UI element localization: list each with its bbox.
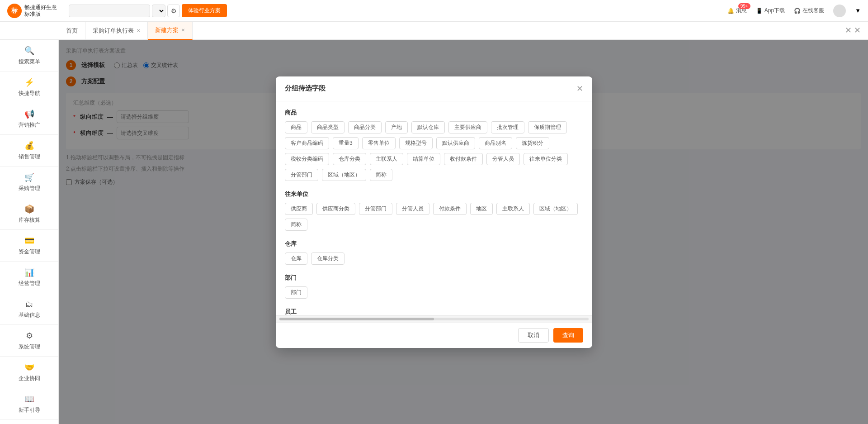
section-goods-title: 商品 bbox=[285, 109, 583, 117]
tag-area[interactable]: 地区 bbox=[470, 203, 493, 215]
tag-settlement-unit[interactable]: 结算单位 bbox=[407, 153, 440, 165]
modal-header: 分组待选字段 ✕ bbox=[276, 76, 592, 101]
tag-payment-terms[interactable]: 收付款条件 bbox=[444, 153, 483, 165]
tag-warehouse-cat[interactable]: 仓库分类 bbox=[311, 252, 344, 265]
tag-goods-type[interactable]: 商品类型 bbox=[311, 121, 344, 133]
headset-icon: 🎧 bbox=[794, 8, 801, 14]
section-department: 部门 部门 bbox=[285, 274, 583, 299]
search-icon: 🔍 bbox=[24, 45, 35, 56]
close-tab-purchase[interactable]: ✕ bbox=[137, 28, 140, 33]
service-item[interactable]: 🎧 在线客服 bbox=[794, 7, 824, 14]
section-warehouse-tags: 仓库 仓库分类 bbox=[285, 252, 583, 265]
confirm-button[interactable]: 查询 bbox=[553, 328, 583, 343]
hscroll-thumb[interactable] bbox=[279, 318, 434, 320]
section-staff: 员工 业务员 bbox=[285, 308, 583, 315]
tab-purchase-order[interactable]: 采购订单执行表 ✕ bbox=[85, 22, 148, 40]
section-staff-title: 员工 bbox=[285, 308, 583, 315]
logo-icon: 标 bbox=[7, 4, 22, 18]
tag-managed-dept[interactable]: 分管部门 bbox=[359, 203, 392, 215]
tag-main-contact-p[interactable]: 主联系人 bbox=[496, 203, 530, 215]
tag-customer-code[interactable]: 客户商品编码 bbox=[285, 137, 329, 149]
tabs-bar: 首页 采购订单执行表 ✕ 新建方案 ✕ ✕ ✕ bbox=[0, 22, 868, 40]
notification-item[interactable]: 🔔 消息 99+ bbox=[727, 7, 747, 14]
section-warehouse: 仓库 仓库 仓库分类 bbox=[285, 240, 583, 265]
section-warehouse-title: 仓库 bbox=[285, 240, 583, 248]
avatar[interactable] bbox=[833, 5, 846, 17]
tag-pay-terms[interactable]: 付款条件 bbox=[433, 203, 467, 215]
sidebar-item-app-center[interactable]: 🖥 应用中心 bbox=[0, 420, 58, 424]
tag-short-name[interactable]: 简称 bbox=[370, 169, 392, 181]
sidebar-item-basic-info[interactable]: 🗂 基础信息 bbox=[0, 293, 58, 325]
horizontal-scrollbar[interactable] bbox=[276, 315, 592, 322]
tag-default-supplier[interactable]: 默认供应商 bbox=[436, 137, 475, 149]
sidebar-item-inventory[interactable]: 📦 库存核算 bbox=[0, 198, 58, 230]
tag-goods[interactable]: 商品 bbox=[285, 121, 307, 133]
download-item[interactable]: 📱 App下载 bbox=[756, 7, 785, 14]
search-input[interactable] bbox=[69, 5, 150, 17]
tag-partner-category[interactable]: 往来单位分类 bbox=[524, 153, 568, 165]
tag-weight3[interactable]: 重量3 bbox=[333, 137, 359, 149]
tab-new-plan[interactable]: 新建方案 ✕ bbox=[148, 22, 193, 40]
bell-icon: 🔔 bbox=[727, 8, 734, 14]
tag-dept[interactable]: 分管部门 bbox=[285, 169, 318, 181]
cancel-button[interactable]: 取消 bbox=[518, 328, 549, 343]
tag-main-supplier[interactable]: 主要供应商 bbox=[448, 121, 487, 133]
tag-region[interactable]: 区域（地区） bbox=[322, 169, 366, 181]
search-select[interactable] bbox=[152, 5, 165, 17]
tag-department[interactable]: 部门 bbox=[285, 286, 307, 299]
tag-region-p[interactable]: 区域（地区） bbox=[533, 203, 578, 215]
tag-goods-alias[interactable]: 商品别名 bbox=[479, 137, 512, 149]
tag-origin[interactable]: 产地 bbox=[385, 121, 408, 133]
sidebar-item-search[interactable]: 🔍 搜索菜单 bbox=[0, 40, 58, 71]
sidebar-item-sales[interactable]: 💰 销售管理 bbox=[0, 135, 58, 167]
tab-home[interactable]: 首页 bbox=[59, 22, 85, 40]
section-goods-tags: 商品 商品类型 商品分类 产地 默认仓库 主要供应商 批次管理 保质期管理 客户… bbox=[285, 121, 583, 181]
tag-spec-model[interactable]: 规格型号 bbox=[399, 137, 433, 149]
sidebar-item-finance[interactable]: 💳 资金管理 bbox=[0, 230, 58, 262]
logo-text: 畅捷通好生意 标准版 bbox=[24, 4, 57, 17]
modal-title: 分组待选字段 bbox=[285, 84, 326, 93]
modal-close-button[interactable]: ✕ bbox=[576, 84, 583, 94]
sidebar-item-operations[interactable]: 📊 经营管理 bbox=[0, 262, 58, 293]
finance-icon: 💳 bbox=[24, 235, 35, 246]
section-goods: 商品 商品 商品类型 商品分类 产地 默认仓库 主要供应商 批次管理 保质期管理… bbox=[285, 109, 583, 181]
user-dropdown-icon[interactable]: ▼ bbox=[855, 7, 861, 14]
tag-managed-person[interactable]: 分管人员 bbox=[396, 203, 429, 215]
page-close-button[interactable]: ✕ ✕ bbox=[845, 25, 861, 35]
modal-footer: 取消 查询 bbox=[276, 322, 592, 348]
field-selection-modal: 分组待选字段 ✕ 商品 商品 商品类型 商品分类 产地 默认仓库 主要供应商 批… bbox=[276, 76, 592, 348]
gear-icon: ⚙ bbox=[171, 7, 177, 14]
purchase-icon: 🛒 bbox=[24, 172, 35, 183]
sidebar-item-purchase[interactable]: 🛒 采购管理 bbox=[0, 167, 58, 198]
sidebar-item-quick-nav[interactable]: ⚡ 快捷导航 bbox=[0, 71, 58, 103]
tag-warehouse[interactable]: 仓库 bbox=[285, 252, 307, 265]
top-search-area: ⚙ 体验行业方案 bbox=[69, 4, 227, 17]
tag-supplier[interactable]: 供应商 bbox=[285, 203, 313, 215]
tag-supervisor[interactable]: 分管人员 bbox=[486, 153, 520, 165]
sidebar-item-system[interactable]: ⚙ 系统管理 bbox=[0, 325, 58, 357]
tag-warehouse-category[interactable]: 仓库分类 bbox=[333, 153, 366, 165]
quick-nav-icon: ⚡ bbox=[24, 77, 35, 88]
tag-tax-code[interactable]: 税收分类编码 bbox=[285, 153, 329, 165]
sidebar-item-collaboration[interactable]: 🤝 企业协同 bbox=[0, 357, 58, 388]
tag-shelf-life[interactable]: 保质期管理 bbox=[528, 121, 567, 133]
tag-main-contact[interactable]: 主联系人 bbox=[370, 153, 403, 165]
sidebar-item-marketing[interactable]: 📢 营销推广 bbox=[0, 103, 58, 135]
close-tab-new-plan[interactable]: ✕ bbox=[181, 28, 185, 33]
section-partner: 往来单位 供应商 供应商分类 分管部门 分管人员 付款条件 地区 主联系人 区域… bbox=[285, 190, 583, 231]
settings-button[interactable]: ⚙ bbox=[167, 5, 180, 17]
sidebar: 🔍 搜索菜单 ⚡ 快捷导航 📢 营销推广 💰 销售管理 🛒 采购管理 📦 库存核… bbox=[0, 40, 59, 424]
modal-body: 商品 商品 商品类型 商品分类 产地 默认仓库 主要供应商 批次管理 保质期管理… bbox=[276, 101, 592, 315]
tag-refine-points[interactable]: 炼货积分 bbox=[516, 137, 549, 149]
sidebar-item-guide[interactable]: 📖 新手引导 bbox=[0, 388, 58, 420]
tag-supplier-category[interactable]: 供应商分类 bbox=[316, 203, 355, 215]
notification-badge: 99+ bbox=[738, 3, 750, 9]
section-department-tags: 部门 bbox=[285, 286, 583, 299]
tag-batch-management[interactable]: 批次管理 bbox=[491, 121, 524, 133]
tag-short-name-p[interactable]: 简称 bbox=[285, 219, 307, 231]
trial-button[interactable]: 体验行业方案 bbox=[182, 4, 227, 17]
marketing-icon: 📢 bbox=[24, 109, 35, 119]
tag-goods-category[interactable]: 商品分类 bbox=[348, 121, 382, 133]
tag-retail-unit[interactable]: 零售单位 bbox=[362, 137, 396, 149]
tag-default-warehouse[interactable]: 默认仓库 bbox=[411, 121, 445, 133]
